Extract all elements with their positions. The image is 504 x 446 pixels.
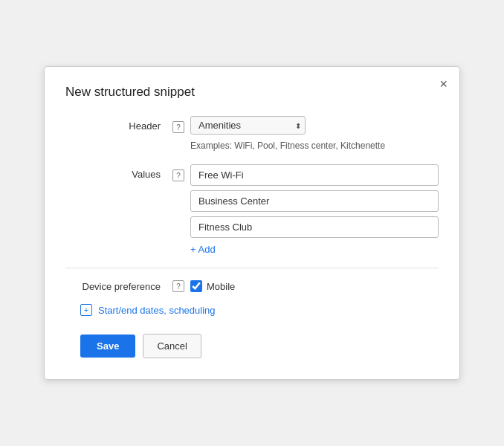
header-content: Amenities Brands Courses Degree programs…	[184, 116, 439, 152]
values-inputs	[190, 164, 439, 238]
values-label: Values	[65, 164, 169, 180]
device-content: Mobile	[184, 280, 235, 292]
dialog-overlay: × New structured snippet Header ? Amenit…	[0, 0, 504, 446]
value-input-3[interactable]	[190, 216, 439, 238]
header-select-wrapper: Amenities Brands Courses Degree programs…	[190, 116, 306, 135]
values-row: Values ? + Add	[65, 164, 439, 256]
add-value-link[interactable]: + Add	[190, 244, 216, 255]
divider	[65, 268, 439, 268]
actions-row: Save Cancel	[65, 334, 439, 358]
expand-icon[interactable]: +	[80, 304, 92, 316]
value-input-1[interactable]	[190, 164, 439, 186]
close-button[interactable]: ×	[439, 77, 448, 91]
values-help-icon[interactable]: ?	[172, 169, 184, 181]
dialog: × New structured snippet Header ? Amenit…	[44, 66, 460, 380]
device-preference-row: Device preference ? Mobile	[65, 280, 439, 292]
header-select[interactable]: Amenities Brands Courses Degree programs…	[190, 116, 306, 135]
cancel-button[interactable]: Cancel	[143, 334, 201, 358]
header-help-icon[interactable]: ?	[172, 121, 184, 133]
device-help-icon[interactable]: ?	[172, 280, 184, 292]
header-label: Header	[65, 116, 169, 132]
mobile-label: Mobile	[207, 281, 235, 292]
device-label: Device preference	[65, 281, 169, 292]
save-button[interactable]: Save	[80, 334, 135, 358]
mobile-checkbox[interactable]	[190, 280, 202, 292]
dialog-title: New structured snippet	[65, 85, 439, 100]
values-content: + Add	[184, 164, 439, 256]
scheduling-link[interactable]: Start/end dates, scheduling	[98, 305, 216, 316]
value-input-2[interactable]	[190, 190, 439, 212]
scheduling-row: + Start/end dates, scheduling	[65, 304, 439, 316]
header-row: Header ? Amenities Brands Courses Degree…	[65, 116, 439, 152]
header-examples: Examples: WiFi, Pool, Fitness center, Ki…	[190, 139, 439, 152]
